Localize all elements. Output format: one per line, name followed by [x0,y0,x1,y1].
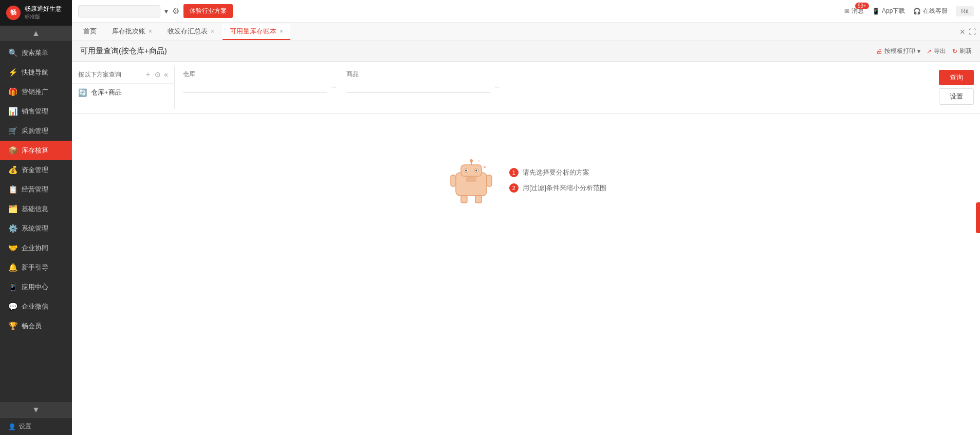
tab-summary[interactable]: 收发存汇总表 × [160,24,221,40]
sidebar-item-enterprise-wx[interactable]: 💬 企业微信 [0,297,72,316]
right-scroll-indicator[interactable] [976,202,980,233]
tab-close-button[interactable]: × [149,28,152,35]
sidebar-item-system[interactable]: ⚙️ 系统管理 [0,219,72,238]
print-label: 按模板打印 [884,47,915,55]
collapse-scheme-button[interactable]: « [164,70,168,79]
sidebar-logo: 畅 [6,6,21,20]
sidebar-item-inventory[interactable]: 📦 库存核算 [0,141,72,160]
svg-rect-12 [475,196,482,203]
sidebar-item-basic[interactable]: 🗂️ 基础信息 [0,199,72,219]
warehouse-filter-input[interactable] [183,81,327,93]
product-filter-input[interactable] [346,81,490,93]
query-panel: 按以下方案查询 ＋ ⊙ « 🔄 仓库+商品 仓库 [72,62,980,113]
sidebar-item-sales[interactable]: 📊 销售管理 [0,102,72,121]
sidebar-item-operation[interactable]: 📋 经营管理 [0,180,72,199]
sidebar-item-purchase[interactable]: 🛒 采购管理 [0,121,72,141]
service-label: 在线客服 [923,7,948,15]
sidebar-item-enterprise[interactable]: 🤝 企业协同 [0,238,72,258]
sidebar-item-label: 新手引导 [22,263,48,272]
svg-rect-11 [461,196,467,203]
tab-close-button[interactable]: × [211,28,214,35]
maximize-window-button[interactable]: ⛶ [969,28,976,36]
sidebar-item-shortcut[interactable]: ⚡ 快捷导航 [0,63,72,82]
tab-label: 收发存汇总表 [168,27,208,36]
topbar-right: ✉ 消息 99+ 📱 App下载 🎧 在线客服 Rit [844,6,974,16]
scheme-actions: ＋ ⊙ « [144,70,168,79]
sidebar-item-label: 企业微信 [22,302,48,311]
tab-batch-account[interactable]: 库存批次账 × [105,24,159,40]
sidebar-item-member[interactable]: 🏆 畅会员 [0,316,72,336]
topbar-dropdown-button[interactable]: ▾ [164,7,168,15]
tab-home[interactable]: 首页 [76,24,104,40]
refresh-button[interactable]: ↻ 刷新 [952,47,972,55]
export-button[interactable]: ↗ 导出 [927,47,946,55]
sidebar-item-appcenter[interactable]: 📱 应用中心 [0,277,72,297]
main-area: ▾ ⚙ 体验行业方案 ✉ 消息 99+ 📱 App下载 🎧 在线客服 Rit [72,0,980,435]
tip-text-2: 用[过滤]条件来缩小分析范围 [523,183,606,193]
operation-nav-icon: 📋 [8,185,17,194]
svg-point-8 [470,159,473,162]
marketing-nav-icon: 🎁 [8,87,17,97]
svg-text:✦: ✦ [483,164,487,170]
print-icon: 🖨 [876,48,882,55]
query-actions: 查询 设置 [933,66,980,109]
tip-item-1: 1 请先选择要分析的方案 [509,168,606,177]
sidebar-item-label: 应用中心 [22,282,48,292]
sidebar-nav: 🔍 搜索菜单 ⚡ 快捷导航 🎁 营销推广 📊 销售管理 🛒 采购管理 📦 库存核… [0,41,72,402]
tip-item-2: 2 用[过滤]条件来缩小分析范围 [509,183,606,193]
query-button[interactable]: 查询 [939,70,974,85]
scheme-item-warehouse-product[interactable]: 🔄 仓库+商品 [72,84,174,101]
svg-point-4 [465,169,467,172]
sidebar-item-label: 搜索菜单 [22,48,48,58]
online-service-button[interactable]: 🎧 在线客服 [913,7,948,15]
message-button[interactable]: ✉ 消息 99+ [844,7,864,15]
topbar-gear-button[interactable]: ⚙ [172,6,179,16]
sidebar-item-label: 畅会员 [22,321,42,331]
app-subtitle: 标准版 [25,13,62,21]
empty-robot-illustration: ✦ ✦ [446,155,497,206]
svg-rect-6 [466,177,476,182]
tip-number-2: 2 [509,183,519,193]
message-badge: 99+ [855,3,869,9]
sidebar-footer[interactable]: 👤 设置 [0,418,72,435]
window-buttons: ✕ ⛶ [959,28,976,36]
warehouse-more-button[interactable]: ··· [329,81,338,92]
svg-rect-10 [487,175,492,186]
refresh-label: 刷新 [959,47,972,55]
scroll-up-button[interactable]: ▲ [0,26,72,41]
tab-available-stock[interactable]: 可用量库存账本 × [223,24,290,40]
sidebar-item-marketing[interactable]: 🎁 营销推广 [0,82,72,102]
shortcut-nav-icon: ⚡ [8,68,17,77]
system-nav-icon: ⚙️ [8,224,17,233]
product-more-button[interactable]: ··· [492,81,502,92]
app-download-button[interactable]: 📱 App下载 [872,7,905,15]
user-avatar-button[interactable]: Rit [956,6,974,16]
appcenter-nav-icon: 📱 [8,282,17,292]
close-window-button[interactable]: ✕ [959,28,966,36]
settings-scheme-button[interactable]: ⊙ [155,70,161,79]
scheme-panel-header: 按以下方案查询 ＋ ⊙ « [72,70,174,84]
tab-label: 可用量库存账本 [230,27,276,36]
sidebar-item-label: 基础信息 [22,204,48,214]
sidebar-item-newbie[interactable]: 🔔 新手引导 [0,258,72,277]
svg-rect-9 [451,175,456,186]
sidebar-brand: 畅康通好生意 标准版 [25,5,62,21]
scroll-down-button[interactable]: ▼ [0,402,72,418]
settings-button[interactable]: 设置 [939,88,974,105]
user-label: Rit [961,8,969,15]
scheme-item-icon: 🔄 [78,88,87,97]
product-filter-group: 商品 ··· [346,70,502,93]
tab-label: 库存批次账 [112,27,145,36]
topbar: ▾ ⚙ 体验行业方案 ✉ 消息 99+ 📱 App下载 🎧 在线客服 Rit [72,0,980,23]
sidebar-item-finance[interactable]: 💰 资金管理 [0,160,72,180]
filter-row: 仓库 ··· 商品 ··· [175,66,933,109]
basic-nav-icon: 🗂️ [8,204,17,214]
page-header-actions: 🖨 按模板打印 ▾ ↗ 导出 ↻ 刷新 [876,47,972,55]
add-scheme-button[interactable]: ＋ [144,70,152,79]
app-title: 畅康通好生意 [25,5,62,13]
sidebar-item-search[interactable]: 🔍 搜索菜单 [0,43,72,63]
topbar-search-input[interactable] [78,5,160,17]
trial-button[interactable]: 体验行业方案 [183,4,233,18]
tab-close-button[interactable]: × [280,28,283,35]
print-button[interactable]: 🖨 按模板打印 ▾ [876,47,920,55]
